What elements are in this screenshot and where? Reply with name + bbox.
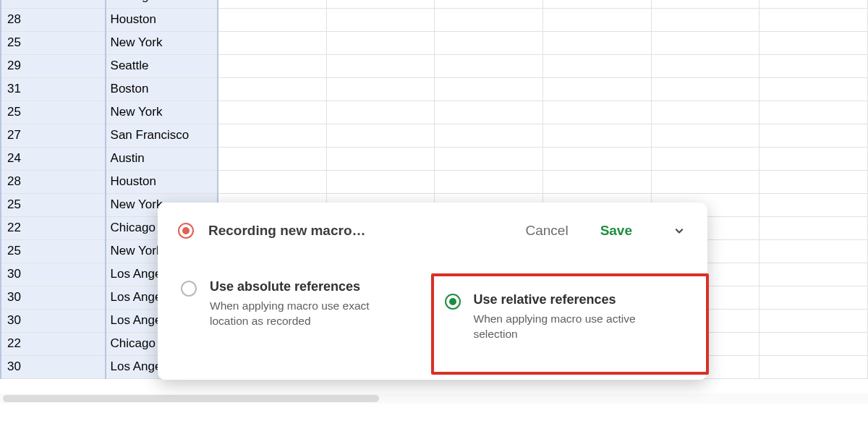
- cell-empty[interactable]: [435, 124, 543, 147]
- cell-empty[interactable]: [542, 170, 651, 193]
- cell-empty[interactable]: [760, 216, 868, 239]
- cell-number[interactable]: 28: [1, 170, 106, 193]
- cell-empty[interactable]: [542, 8, 651, 31]
- cell-empty[interactable]: [435, 77, 543, 101]
- cell-city[interactable]: Boston: [106, 77, 218, 101]
- radio-unchecked-icon[interactable]: [181, 281, 197, 297]
- cell-number[interactable]: 30: [1, 263, 106, 286]
- table-row[interactable]: 29Seattle: [1, 54, 868, 77]
- cell-empty[interactable]: [435, 54, 543, 77]
- cell-empty[interactable]: [435, 101, 543, 124]
- cell-number[interactable]: 25: [1, 101, 106, 124]
- cell-city[interactable]: Austin: [106, 147, 218, 170]
- cell-empty[interactable]: [542, 31, 651, 54]
- cell-empty[interactable]: [326, 31, 435, 54]
- cell-number[interactable]: 30: [1, 286, 106, 309]
- cell-number[interactable]: 22: [1, 332, 106, 355]
- cell-number[interactable]: 29: [1, 54, 106, 77]
- cell-number[interactable]: 31: [1, 77, 106, 101]
- cell-empty[interactable]: [760, 31, 868, 54]
- cell-empty[interactable]: [760, 101, 868, 124]
- cell-empty[interactable]: [760, 170, 868, 193]
- cell-empty[interactable]: [760, 147, 868, 170]
- cell-empty[interactable]: [760, 355, 868, 378]
- cell-empty[interactable]: [760, 309, 868, 332]
- chevron-down-icon[interactable]: [671, 223, 687, 239]
- cell-city[interactable]: New York: [106, 31, 218, 54]
- cell-empty[interactable]: [760, 263, 868, 286]
- cell-city[interactable]: Houston: [106, 8, 218, 31]
- table-row[interactable]: 25New York: [1, 101, 868, 124]
- cell-empty[interactable]: [326, 54, 435, 77]
- table-row[interactable]: 22Chicago: [1, 0, 868, 8]
- cell-empty[interactable]: [651, 31, 760, 54]
- cell-number[interactable]: 25: [1, 193, 106, 216]
- cell-empty[interactable]: [651, 8, 760, 31]
- cell-empty[interactable]: [760, 54, 868, 77]
- cell-empty[interactable]: [326, 0, 435, 8]
- cell-empty[interactable]: [651, 147, 760, 170]
- cell-number[interactable]: 24: [1, 147, 106, 170]
- table-row[interactable]: 31Boston: [1, 77, 868, 101]
- cell-empty[interactable]: [760, 286, 868, 309]
- cell-empty[interactable]: [760, 193, 868, 216]
- cell-empty[interactable]: [435, 8, 543, 31]
- table-row[interactable]: 25New York: [1, 31, 868, 54]
- cell-number[interactable]: 27: [1, 124, 106, 147]
- cell-number[interactable]: 25: [1, 31, 106, 54]
- cell-empty[interactable]: [218, 8, 326, 31]
- cell-number[interactable]: 25: [1, 239, 106, 263]
- cell-number[interactable]: 22: [1, 216, 106, 239]
- cell-empty[interactable]: [218, 77, 326, 101]
- radio-checked-icon[interactable]: [445, 294, 461, 310]
- cell-empty[interactable]: [542, 0, 651, 8]
- cell-empty[interactable]: [218, 0, 326, 8]
- cell-empty[interactable]: [760, 124, 868, 147]
- cancel-button[interactable]: Cancel: [525, 223, 568, 239]
- cell-empty[interactable]: [218, 101, 326, 124]
- table-row[interactable]: 27San Francisco: [1, 124, 868, 147]
- scrollbar-thumb[interactable]: [3, 395, 379, 402]
- cell-empty[interactable]: [651, 0, 760, 8]
- cell-number[interactable]: 22: [1, 0, 106, 8]
- cell-empty[interactable]: [542, 54, 651, 77]
- cell-number[interactable]: 30: [1, 309, 106, 332]
- cell-empty[interactable]: [326, 124, 435, 147]
- cell-empty[interactable]: [651, 101, 760, 124]
- cell-empty[interactable]: [542, 101, 651, 124]
- cell-empty[interactable]: [435, 147, 543, 170]
- cell-empty[interactable]: [542, 124, 651, 147]
- cell-empty[interactable]: [760, 8, 868, 31]
- cell-empty[interactable]: [218, 170, 326, 193]
- cell-empty[interactable]: [218, 124, 326, 147]
- horizontal-scrollbar[interactable]: [0, 393, 868, 404]
- cell-empty[interactable]: [760, 0, 868, 8]
- cell-city[interactable]: Chicago: [106, 0, 218, 8]
- cell-empty[interactable]: [542, 77, 651, 101]
- cell-empty[interactable]: [218, 31, 326, 54]
- cell-empty[interactable]: [651, 170, 760, 193]
- cell-city[interactable]: Houston: [106, 170, 218, 193]
- cell-city[interactable]: Seattle: [106, 54, 218, 77]
- cell-empty[interactable]: [435, 31, 543, 54]
- cell-number[interactable]: 28: [1, 8, 106, 31]
- table-row[interactable]: 28Houston: [1, 8, 868, 31]
- cell-empty[interactable]: [326, 77, 435, 101]
- save-button[interactable]: Save: [600, 223, 632, 239]
- option-absolute-references[interactable]: Use absolute references When applying ma…: [178, 275, 423, 359]
- cell-empty[interactable]: [760, 77, 868, 101]
- cell-empty[interactable]: [218, 54, 326, 77]
- cell-city[interactable]: San Francisco: [106, 124, 218, 147]
- cell-empty[interactable]: [218, 147, 326, 170]
- cell-empty[interactable]: [326, 8, 435, 31]
- cell-empty[interactable]: [435, 0, 543, 8]
- table-row[interactable]: 24Austin: [1, 147, 868, 170]
- cell-empty[interactable]: [326, 147, 435, 170]
- cell-empty[interactable]: [760, 332, 868, 355]
- cell-empty[interactable]: [326, 170, 435, 193]
- cell-number[interactable]: 30: [1, 355, 106, 378]
- table-row[interactable]: 28Houston: [1, 170, 868, 193]
- cell-empty[interactable]: [542, 147, 651, 170]
- cell-empty[interactable]: [651, 77, 760, 101]
- cell-empty[interactable]: [435, 170, 543, 193]
